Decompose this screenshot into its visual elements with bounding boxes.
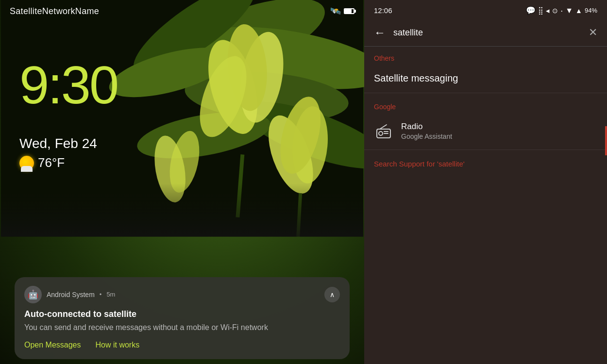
svg-rect-19 xyxy=(1,183,363,236)
clear-search-button[interactable]: ✕ xyxy=(587,24,599,41)
scroll-indicator xyxy=(605,126,607,155)
satellite-messaging-title: Satellite messaging xyxy=(374,73,458,83)
satellite-icon: 🛰️ xyxy=(330,6,341,17)
notification-card: 🤖 Android System • 5m ∧ Auto-connected t… xyxy=(15,277,350,359)
notification-header: 🤖 Android System • 5m ∧ xyxy=(24,286,340,303)
settings-time: 12:06 xyxy=(374,6,392,15)
chevron-up-icon: ∧ xyxy=(330,291,335,298)
open-messages-button[interactable]: Open Messages xyxy=(24,341,81,349)
clock-time: 9:30 xyxy=(19,58,118,112)
notification-time-ago: 5m xyxy=(106,291,115,298)
back-button[interactable]: ← xyxy=(372,24,388,41)
expand-notification-button[interactable]: ∧ xyxy=(324,287,340,302)
wifi-icon: ▼ xyxy=(565,6,573,15)
svg-point-21 xyxy=(379,132,383,135)
time-display: 9:30 xyxy=(19,58,118,112)
grid-icon: ⣿ xyxy=(538,6,543,15)
location-icon: ◂ xyxy=(546,6,550,15)
radio-subtitle: Google Assistant xyxy=(401,132,597,140)
weather-temperature: 76°F xyxy=(38,155,65,170)
battery-icon xyxy=(344,8,354,14)
how-it-works-button[interactable]: How it works xyxy=(96,341,140,349)
notification-time: • xyxy=(100,291,102,298)
flower-background xyxy=(0,0,364,237)
radio-result[interactable]: Radio Google Assistant xyxy=(364,115,607,148)
dot-indicator: · xyxy=(560,6,563,15)
radio-icon xyxy=(375,122,392,140)
network-name: SatelliteNetworkName xyxy=(10,6,99,17)
phone-screen: SatelliteNetworkName 🛰️ 9:30 Wed, Feb 24… xyxy=(0,0,364,364)
separator xyxy=(364,93,607,93)
phone-status-bar: SatelliteNetworkName 🛰️ xyxy=(10,6,354,17)
battery-percent: 94% xyxy=(585,7,597,14)
svg-line-24 xyxy=(380,125,387,129)
settings-status-icons: 💬 ⣿ ◂ ⊙ · ▼ ▲ 94% xyxy=(526,6,597,15)
weather-icon xyxy=(19,156,34,170)
radio-title: Radio xyxy=(401,122,597,132)
notification-actions: Open Messages How it works xyxy=(24,341,340,349)
notification-body: You can send and receive messages withou… xyxy=(24,322,340,333)
search-bar: ← ✕ xyxy=(364,19,607,47)
notification-header-left: 🤖 Android System • 5m xyxy=(24,286,115,303)
status-icons: 🛰️ xyxy=(330,6,354,17)
app-name: Android System xyxy=(47,291,95,298)
separator-2 xyxy=(364,149,607,150)
settings-status-bar: 12:06 💬 ⣿ ◂ ⊙ · ▼ ▲ 94% xyxy=(364,0,607,19)
radio-text: Radio Google Assistant xyxy=(401,122,597,140)
search-support-link[interactable]: Search Support for 'satellite' xyxy=(364,152,607,176)
category-others: Others xyxy=(364,47,607,66)
date-weather-block: Wed, Feb 24 76°F xyxy=(19,136,97,170)
search-results: Others Satellite messaging Google xyxy=(364,47,607,364)
weather-row: 76°F xyxy=(19,155,97,170)
signal-icon: ▲ xyxy=(575,7,582,15)
target-icon: ⊙ xyxy=(552,7,558,15)
app-icon: 🤖 xyxy=(24,286,42,303)
date-text: Wed, Feb 24 xyxy=(19,136,97,151)
search-input[interactable] xyxy=(393,28,581,38)
radio-icon-box xyxy=(374,121,393,141)
settings-panel: 12:06 💬 ⣿ ◂ ⊙ · ▼ ▲ 94% ← ✕ Others xyxy=(364,0,607,364)
android-icon: 🤖 xyxy=(28,289,38,300)
satellite-messaging-result[interactable]: Satellite messaging xyxy=(364,66,607,91)
notification-title: Auto-connected to satellite xyxy=(24,309,340,319)
category-google: Google xyxy=(364,95,607,115)
whatsapp-icon: 💬 xyxy=(526,6,536,15)
